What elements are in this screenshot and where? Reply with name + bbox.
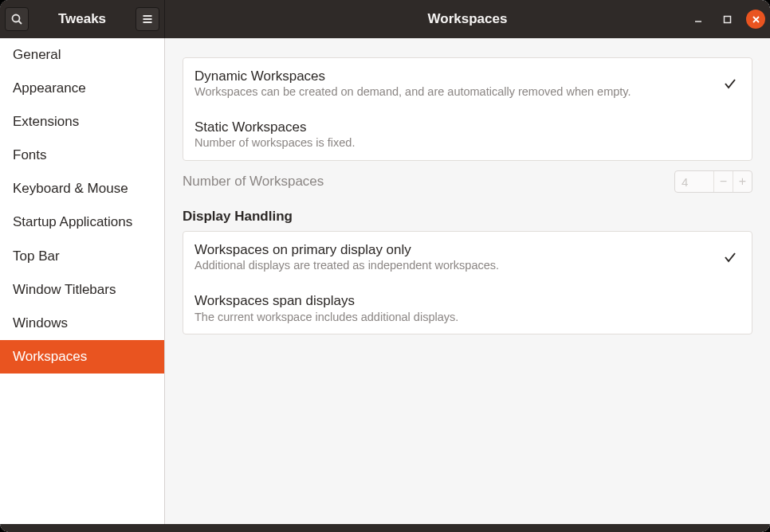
sidebar-item-label: Workspaces bbox=[13, 349, 87, 364]
page-title: Workspaces bbox=[428, 11, 508, 27]
header-bar: Tweaks Workspaces bbox=[0, 0, 770, 38]
stepper-increment-button[interactable]: + bbox=[733, 171, 752, 192]
workspace-mode-option-static-workspaces[interactable]: Static WorkspacesNumber of workspaces is… bbox=[183, 109, 752, 160]
search-button[interactable] bbox=[5, 7, 29, 31]
window-controls bbox=[689, 0, 765, 38]
header-left: Tweaks bbox=[0, 0, 165, 38]
option-check bbox=[715, 250, 737, 264]
sidebar-item-window-titlebars[interactable]: Window Titlebars bbox=[0, 273, 164, 307]
app-window: Tweaks Workspaces bbox=[0, 0, 770, 532]
display-handling-option-workspaces-on-primary-display-only[interactable]: Workspaces on primary display onlyAdditi… bbox=[183, 232, 752, 283]
option-text: Static WorkspacesNumber of workspaces is… bbox=[194, 119, 715, 151]
sidebar-item-label: Startup Applications bbox=[13, 214, 132, 229]
svg-line-1 bbox=[19, 22, 22, 25]
maximize-icon bbox=[723, 15, 732, 24]
window-bottom-border bbox=[0, 524, 770, 532]
sidebar-item-top-bar[interactable]: Top Bar bbox=[0, 240, 164, 273]
sidebar-item-label: Windows bbox=[13, 315, 68, 331]
window-close-button[interactable] bbox=[746, 10, 765, 29]
option-title: Workspaces on primary display only bbox=[194, 241, 715, 258]
number-of-workspaces-row: Number of Workspaces − + bbox=[183, 161, 752, 201]
svg-point-0 bbox=[13, 15, 20, 22]
app-body: GeneralAppearanceExtensionsFontsKeyboard… bbox=[0, 38, 770, 524]
sidebar-item-label: Keyboard & Mouse bbox=[13, 181, 128, 196]
window-maximize-button[interactable] bbox=[717, 10, 737, 29]
number-of-workspaces-stepper[interactable]: − + bbox=[674, 170, 752, 193]
option-text: Workspaces on primary display onlyAdditi… bbox=[194, 241, 715, 273]
sidebar-item-appearance[interactable]: Appearance bbox=[0, 72, 164, 105]
hamburger-icon bbox=[141, 13, 154, 25]
sidebar-item-label: Fonts bbox=[13, 147, 47, 162]
display-handling-option-workspaces-span-displays[interactable]: Workspaces span displaysThe current work… bbox=[183, 283, 752, 334]
minus-icon: − bbox=[720, 174, 727, 189]
sidebar-item-startup-applications[interactable]: Startup Applications bbox=[0, 205, 164, 239]
option-check bbox=[715, 76, 737, 91]
sidebar-item-workspaces[interactable]: Workspaces bbox=[0, 340, 164, 374]
option-title: Static Workspaces bbox=[194, 119, 715, 135]
display-handling-heading: Display Handling bbox=[183, 201, 752, 231]
sidebar-item-fonts[interactable]: Fonts bbox=[0, 139, 164, 172]
sidebar: GeneralAppearanceExtensionsFontsKeyboard… bbox=[0, 38, 165, 524]
hamburger-button[interactable] bbox=[136, 7, 159, 31]
number-of-workspaces-label: Number of Workspaces bbox=[183, 174, 674, 190]
sidebar-item-extensions[interactable]: Extensions bbox=[0, 105, 164, 139]
header-main: Workspaces bbox=[165, 0, 770, 38]
sidebar-item-label: Top Bar bbox=[13, 248, 60, 264]
display-handling-panel: Workspaces on primary display onlyAdditi… bbox=[183, 231, 752, 334]
stepper-decrement-button[interactable]: − bbox=[713, 171, 733, 192]
option-title: Workspaces span displays bbox=[194, 292, 715, 309]
sidebar-item-label: Window Titlebars bbox=[13, 282, 116, 297]
option-text: Dynamic WorkspacesWorkspaces can be crea… bbox=[194, 68, 715, 100]
minimize-icon bbox=[693, 14, 703, 24]
workspace-mode-panel: Dynamic WorkspacesWorkspaces can be crea… bbox=[183, 57, 752, 161]
option-title: Dynamic Workspaces bbox=[194, 68, 715, 84]
option-subtitle: Workspaces can be created on demand, and… bbox=[194, 84, 715, 100]
sidebar-item-windows[interactable]: Windows bbox=[0, 307, 164, 340]
app-title: Tweaks bbox=[29, 11, 136, 27]
sidebar-item-general[interactable]: General bbox=[0, 38, 164, 72]
sidebar-item-label: Extensions bbox=[13, 114, 79, 129]
number-of-workspaces-input[interactable] bbox=[675, 171, 713, 192]
workspace-mode-option-dynamic-workspaces[interactable]: Dynamic WorkspacesWorkspaces can be crea… bbox=[183, 58, 752, 109]
sidebar-item-keyboard-mouse[interactable]: Keyboard & Mouse bbox=[0, 172, 164, 205]
option-subtitle: Additional displays are treated as indep… bbox=[194, 258, 715, 273]
option-text: Workspaces span displaysThe current work… bbox=[194, 292, 715, 324]
checkmark-icon bbox=[723, 76, 737, 91]
close-icon bbox=[752, 15, 760, 24]
checkmark-icon bbox=[723, 250, 737, 264]
sidebar-item-label: Appearance bbox=[13, 80, 86, 96]
option-subtitle: The current workspace includes additiona… bbox=[194, 310, 715, 325]
search-icon bbox=[10, 13, 23, 25]
plus-icon: + bbox=[739, 174, 746, 189]
svg-rect-6 bbox=[724, 16, 730, 22]
option-subtitle: Number of workspaces is fixed. bbox=[194, 135, 715, 151]
content-pane: Dynamic WorkspacesWorkspaces can be crea… bbox=[165, 38, 770, 524]
sidebar-item-label: General bbox=[13, 47, 61, 62]
window-minimize-button[interactable] bbox=[689, 10, 708, 29]
